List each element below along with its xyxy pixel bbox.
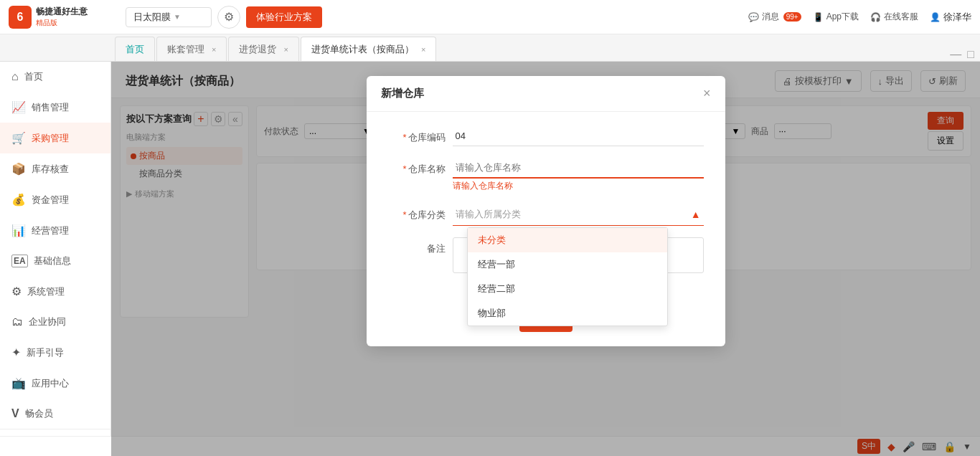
trial-button[interactable]: 体验行业方案 (246, 6, 322, 28)
settings-icon[interactable]: ⚙ (217, 6, 240, 29)
tab-purchase-return[interactable]: 进货退货 × (228, 37, 298, 61)
sidebar-item-home-label: 首页 (24, 70, 43, 83)
app-download-label: App下载 (826, 11, 859, 23)
basics-icon: EA (11, 255, 28, 267)
user-area[interactable]: 👤 徐泽华 (930, 11, 971, 24)
modal-body: *仓库编码 *仓库名称 请输入仓库名称 (367, 112, 725, 302)
warehouse-code-input[interactable] (453, 126, 704, 146)
online-service-button[interactable]: 🎧 在线客服 (870, 11, 918, 23)
warehouse-name-label: *仓库名称 (388, 158, 446, 176)
main-layout: ⌂ 首页 📈 销售管理 🛒 采购管理 📦 库存核查 💰 资金管理 📊 经营管理 … (0, 62, 980, 456)
tab-home-label: 首页 (126, 43, 144, 56)
tab-accounts-label: 账套管理 (167, 43, 204, 56)
online-service-label: 在线客服 (884, 11, 918, 23)
warehouse-code-row: *仓库编码 (388, 126, 704, 146)
tab-purchase-stats[interactable]: 进货单统计表（按商品） × (301, 37, 436, 61)
sidebar-item-operations[interactable]: 📊 经营管理 (0, 215, 110, 246)
modal-title: 新增仓库 (381, 87, 424, 100)
sidebar-item-purchase[interactable]: 🛒 采购管理 (0, 123, 110, 153)
warehouse-name-error: 请输入仓库名称 (453, 180, 704, 192)
message-label: 消息 (762, 11, 779, 23)
logo-area: 6 畅捷通好生意 精品版 (9, 6, 120, 29)
sidebar-item-basics[interactable]: EA 基础信息 (0, 246, 110, 276)
sidebar-item-collab-label: 企业协同 (29, 315, 66, 328)
system-icon: ⚙ (11, 285, 22, 298)
sidebar-item-member[interactable]: V 畅会员 (0, 399, 110, 429)
modal-header: 新增仓库 × (367, 76, 725, 112)
warehouse-name-input[interactable] (453, 158, 704, 179)
logo-text: 畅捷通好生意 精品版 (36, 6, 88, 28)
sidebar: ⌂ 首页 📈 销售管理 🛒 采购管理 📦 库存核查 💰 资金管理 📊 经营管理 … (0, 62, 111, 456)
sidebar-item-operations-label: 经营管理 (32, 224, 69, 237)
message-icon: 💬 (748, 12, 759, 22)
sidebar-item-basics-label: 基础信息 (34, 255, 71, 267)
dropdown-option-2[interactable]: 经营二部 (468, 277, 667, 301)
headset-icon: 🎧 (870, 12, 881, 22)
sidebar-item-system[interactable]: ⚙ 系统管理 (0, 276, 110, 307)
top-bar-right: 💬 消息 99+ 📱 App下载 🎧 在线客服 👤 徐泽华 (748, 11, 971, 24)
appcenter-icon: 📺 (11, 376, 26, 390)
add-warehouse-modal: 新增仓库 × *仓库编码 *仓库名称 (367, 76, 725, 346)
purchase-icon: 🛒 (11, 131, 26, 145)
warehouse-type-dropdown: 未分类 经营一部 经营二部 物业部 (467, 227, 668, 326)
warehouse-name-row: *仓库名称 请输入仓库名称 (388, 158, 704, 192)
content-area: 进货单统计（按商品） 🖨 按模板打印 ▼ ↓ 导出 ↺ 刷新 (111, 62, 980, 456)
tab-purchase-stats-close[interactable]: × (421, 45, 425, 54)
inventory-icon: 📦 (11, 162, 26, 176)
tab-purchase-stats-label: 进货单统计表（按商品） (311, 43, 414, 56)
sidebar-item-system-label: 系统管理 (27, 285, 65, 298)
tab-bar-actions: — □ (950, 48, 980, 61)
tab-accounts-close[interactable]: × (212, 45, 216, 54)
member-icon: V (11, 407, 19, 420)
sidebar-item-inventory[interactable]: 📦 库存核查 (0, 153, 110, 184)
sales-icon: 📈 (11, 100, 26, 114)
phone-icon: 📱 (813, 12, 824, 22)
remark-label: 备注 (388, 237, 446, 255)
warehouse-type-placeholder: 请输入所属分类 (456, 208, 521, 221)
modal-close-button[interactable]: × (703, 86, 711, 101)
chevron-down-icon: ▼ (174, 13, 181, 21)
top-bar: 6 畅捷通好生意 精品版 日太阳膜 ▼ ⚙ 体验行业方案 💬 消息 99+ 📱 … (0, 0, 980, 34)
sidebar-item-member-label: 畅会员 (25, 407, 53, 420)
message-badge: 99+ (783, 12, 801, 22)
sidebar-item-guide-label: 新手引导 (27, 346, 64, 359)
dropdown-option-3[interactable]: 物业部 (468, 301, 667, 326)
collab-icon: 🗂 (11, 315, 23, 328)
sidebar-item-guide[interactable]: ✦ 新手引导 (0, 337, 110, 368)
tab-accounts[interactable]: 账套管理 × (156, 37, 227, 61)
chevron-up-icon: ▲ (691, 209, 701, 220)
home-icon: ⌂ (11, 70, 19, 83)
sidebar-item-purchase-label: 采购管理 (32, 132, 69, 145)
guide-icon: ✦ (11, 346, 21, 359)
tab-purchase-return-close[interactable]: × (283, 45, 288, 54)
finance-icon: 💰 (11, 193, 26, 206)
warehouse-type-row: *仓库分类 请输入所属分类 ▲ 未分类 经营一部 经营二部 物业部 (388, 204, 704, 226)
sidebar-item-home[interactable]: ⌂ 首页 (0, 62, 110, 92)
dropdown-option-0[interactable]: 未分类 (468, 228, 667, 252)
sidebar-item-appcenter-label: 应用中心 (32, 377, 69, 390)
sidebar-item-inventory-label: 库存核查 (32, 163, 69, 176)
warehouse-type-select[interactable]: 请输入所属分类 ▲ (453, 204, 704, 226)
user-name: 徐泽华 (943, 11, 971, 24)
user-icon: 👤 (930, 12, 941, 22)
modal-overlay: 新增仓库 × *仓库编码 *仓库名称 (111, 62, 980, 456)
sidebar-item-finance-label: 资金管理 (32, 194, 69, 206)
tab-minimize-icon[interactable]: — (950, 48, 961, 61)
app-download-button[interactable]: 📱 App下载 (813, 11, 859, 23)
tab-maximize-icon[interactable]: □ (967, 48, 974, 61)
store-name: 日太阳膜 (133, 11, 171, 24)
sidebar-item-sales-label: 销售管理 (32, 101, 69, 114)
warehouse-code-label: *仓库编码 (388, 126, 446, 144)
operations-icon: 📊 (11, 224, 26, 237)
warehouse-name-field-wrap: 请输入仓库名称 (453, 158, 704, 192)
sidebar-item-collab[interactable]: 🗂 企业协同 (0, 307, 110, 337)
sidebar-item-sales[interactable]: 📈 销售管理 (0, 92, 110, 123)
store-selector[interactable]: 日太阳膜 ▼ (126, 7, 212, 27)
tab-home[interactable]: 首页 (115, 37, 155, 61)
sidebar-item-appcenter[interactable]: 📺 应用中心 (0, 368, 110, 399)
warehouse-type-label: *仓库分类 (388, 204, 446, 222)
tab-purchase-return-label: 进货退货 (239, 43, 276, 56)
dropdown-option-1[interactable]: 经营一部 (468, 252, 667, 277)
sidebar-item-finance[interactable]: 💰 资金管理 (0, 184, 110, 215)
message-button[interactable]: 💬 消息 99+ (748, 11, 801, 23)
